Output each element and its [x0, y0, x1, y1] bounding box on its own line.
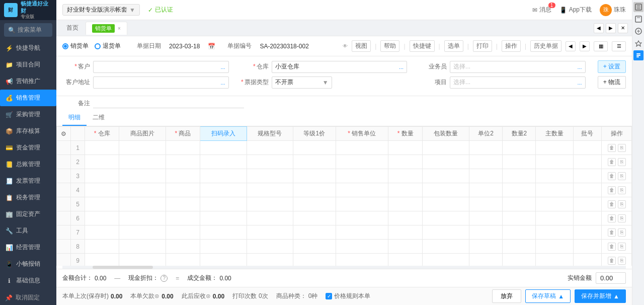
row-product[interactable]	[166, 211, 200, 225]
row-main-qty[interactable]	[536, 240, 573, 254]
th-main-qty[interactable]: 主数量	[536, 127, 573, 141]
row-qty2[interactable]	[503, 141, 536, 155]
panel-icon-5[interactable]	[633, 50, 643, 60]
row-pack-qty[interactable]	[423, 211, 469, 225]
delete-row-icon[interactable]: 🗑	[608, 214, 616, 222]
row-quantity[interactable]	[388, 183, 423, 197]
delete-row-icon[interactable]: 🗑	[608, 200, 616, 208]
row-pack-qty[interactable]	[423, 155, 469, 169]
row-scan-input[interactable]	[200, 254, 247, 266]
row-grade1-price[interactable]	[293, 225, 336, 240]
salesman-input[interactable]: 选择... ...	[450, 61, 586, 73]
row-grade1-price[interactable]	[293, 197, 336, 211]
row-quantity[interactable]	[388, 240, 423, 254]
tab-list[interactable]: 明细	[62, 110, 87, 126]
view-button[interactable]: 视图	[352, 40, 371, 52]
th-batch[interactable]: 批号	[573, 127, 601, 141]
row-scan-input[interactable]	[200, 183, 247, 197]
delete-row-icon[interactable]: 🗑	[608, 243, 616, 251]
row-warehouse[interactable]	[85, 155, 119, 169]
row-batch[interactable]	[573, 197, 601, 211]
sidebar-item-sales[interactable]: 💰 销售管理	[0, 90, 56, 106]
panel-icon-3[interactable]	[633, 26, 643, 36]
help-button[interactable]: 帮助	[380, 40, 399, 52]
row-product[interactable]	[166, 155, 200, 169]
row-sale-unit[interactable]	[336, 155, 388, 169]
row-grade1-price[interactable]	[293, 240, 336, 254]
row-unit2[interactable]	[469, 197, 502, 211]
row-main-qty[interactable]	[536, 183, 573, 197]
row-qty2[interactable]	[503, 225, 536, 240]
row-spec-model[interactable]	[247, 141, 293, 155]
salesman-dots[interactable]: ...	[577, 64, 582, 70]
copy-row-icon[interactable]: ⎘	[618, 214, 626, 222]
row-quantity[interactable]	[388, 197, 423, 211]
search-menu-button[interactable]: 🔍 搜索菜单	[4, 23, 52, 37]
row-product-img[interactable]	[119, 240, 166, 254]
panel-icon-2[interactable]	[633, 14, 643, 24]
warehouse-input[interactable]: 小亚仓库 ...	[272, 61, 408, 73]
row-qty2[interactable]	[503, 169, 536, 183]
th-spec-model[interactable]: 规格型号	[247, 127, 293, 141]
price-check-checkbox[interactable]: ✓	[326, 293, 332, 299]
th-settings[interactable]: ⚙	[57, 127, 71, 141]
tab-home[interactable]: 首页	[60, 22, 85, 34]
invoice-select[interactable]: 不开票 ▼	[272, 77, 332, 89]
sidebar-item-report[interactable]: 📱 小畅报销	[0, 256, 56, 272]
row-batch[interactable]	[573, 240, 601, 254]
copy-row-icon[interactable]: ⎘	[618, 144, 626, 152]
row-spec-model[interactable]	[247, 169, 293, 183]
th-warehouse[interactable]: 仓库	[85, 127, 119, 141]
row-sale-unit[interactable]	[336, 225, 388, 240]
row-warehouse[interactable]	[85, 254, 119, 266]
row-pack-qty[interactable]	[423, 141, 469, 155]
delete-row-icon[interactable]: 🗑	[608, 228, 616, 237]
message-button[interactable]: ✉ 消息 1	[532, 6, 551, 14]
row-batch[interactable]	[573, 141, 601, 155]
th-pack-qty[interactable]: 包装数量	[423, 127, 469, 141]
discard-button[interactable]: 放弃	[492, 289, 521, 303]
row-quantity[interactable]	[388, 211, 423, 225]
sidebar-item-marketing[interactable]: 📢 营销推广	[0, 73, 56, 90]
row-pack-qty[interactable]	[423, 169, 469, 183]
row-product[interactable]	[166, 183, 200, 197]
row-batch[interactable]	[573, 211, 601, 225]
row-warehouse[interactable]	[85, 197, 119, 211]
copy-row-icon[interactable]: ⎘	[618, 200, 626, 208]
row-quantity[interactable]	[388, 254, 423, 266]
sidebar-item-capital[interactable]: 💳 资金管理	[0, 139, 56, 156]
row-scan-input[interactable]	[200, 169, 247, 183]
delete-row-icon[interactable]: 🗑	[608, 144, 616, 152]
row-warehouse[interactable]	[85, 169, 119, 183]
row-warehouse[interactable]	[85, 141, 119, 155]
row-main-qty[interactable]	[536, 225, 573, 240]
row-product[interactable]	[166, 254, 200, 266]
row-spec-model[interactable]	[247, 183, 293, 197]
panel-icon-1[interactable]	[633, 2, 643, 12]
th-product-img[interactable]: 商品图片	[119, 127, 166, 141]
row-unit2[interactable]	[469, 183, 502, 197]
row-grade1-price[interactable]	[293, 169, 336, 183]
sidebar-item-inventory[interactable]: 📦 库存核算	[0, 123, 56, 139]
row-product-img[interactable]	[119, 225, 166, 240]
delete-row-icon[interactable]: 🗑	[608, 158, 616, 166]
row-batch[interactable]	[573, 169, 601, 183]
sidebar-item-basic[interactable]: ℹ 基础信息	[0, 272, 56, 289]
tab-close-all-button[interactable]: ✕	[618, 23, 628, 33]
copy-row-icon[interactable]: ⎘	[618, 228, 626, 237]
row-product[interactable]	[166, 240, 200, 254]
row-spec-model[interactable]	[247, 197, 293, 211]
address-dots[interactable]: ...	[220, 80, 225, 86]
tab-prev-button[interactable]: ◀	[594, 23, 604, 33]
row-sale-unit[interactable]	[336, 211, 388, 225]
save-draft-arrow[interactable]: ▲	[558, 293, 564, 300]
sidebar-item-quick-nav[interactable]: ⚡ 快捷导航	[0, 40, 56, 56]
row-grade1-price[interactable]	[293, 211, 336, 225]
row-qty2[interactable]	[503, 240, 536, 254]
price-check-item[interactable]: ✓ 价格规则本单	[326, 292, 370, 300]
row-qty2[interactable]	[503, 197, 536, 211]
row-batch[interactable]	[573, 225, 601, 240]
sidebar-item-invoice[interactable]: 🧾 发票管理	[0, 173, 56, 189]
row-scan-input[interactable]	[200, 197, 247, 211]
row-batch[interactable]	[573, 254, 601, 266]
